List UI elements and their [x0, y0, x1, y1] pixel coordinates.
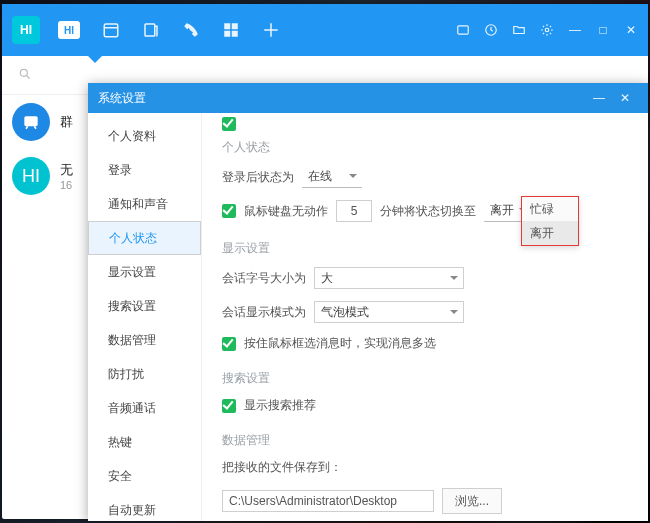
- svg-point-8: [545, 28, 549, 32]
- inbox-icon[interactable]: [456, 23, 470, 37]
- idle-after-label: 分钟将状态切换至: [380, 203, 476, 220]
- settings-content: x 个人状态 登录后状态为 在线 鼠标键盘无动作 5 分钟将状态切换至: [202, 113, 648, 521]
- minimize-button[interactable]: —: [568, 23, 582, 37]
- section-label-display: 显示设置: [222, 240, 648, 257]
- idle-status-dropdown: 忙碌离开: [521, 196, 579, 246]
- display-mode-select[interactable]: 气泡模式: [314, 301, 464, 323]
- nav-item-3[interactable]: 个人状态: [88, 221, 201, 255]
- multiselect-checkbox[interactable]: [222, 337, 236, 351]
- nav-item-10[interactable]: 安全: [88, 459, 201, 493]
- chevron-down-icon: [450, 276, 458, 284]
- app-logo: HI: [12, 16, 40, 44]
- svg-rect-1: [145, 24, 155, 36]
- dropdown-option[interactable]: 忙碌: [522, 197, 578, 221]
- search-input[interactable]: [18, 67, 62, 84]
- browse-button[interactable]: 浏览...: [442, 488, 502, 514]
- folder-icon[interactable]: [512, 23, 526, 37]
- dialog-close-button[interactable]: ✕: [612, 91, 638, 105]
- chevron-down-icon: [349, 174, 357, 182]
- recv-path-input[interactable]: C:\Users\Administrator\Desktop: [222, 490, 434, 512]
- svg-rect-5: [232, 31, 238, 37]
- idle-minutes-input[interactable]: 5: [336, 200, 372, 222]
- search-icon: [18, 67, 32, 81]
- svg-rect-10: [24, 116, 37, 126]
- dialog-minimize-button[interactable]: —: [586, 91, 612, 105]
- display-mode-label: 会话显示模式为: [222, 304, 306, 321]
- calendar-icon[interactable]: [102, 21, 120, 39]
- avatar: [12, 103, 50, 141]
- nav-item-2[interactable]: 通知和声音: [88, 187, 201, 221]
- font-size-select[interactable]: 大: [314, 267, 464, 289]
- nav-item-11[interactable]: 自动更新: [88, 493, 201, 523]
- svg-rect-6: [458, 26, 469, 34]
- dialog-titlebar: 系统设置 — ✕: [88, 83, 648, 113]
- nav-item-6[interactable]: 数据管理: [88, 323, 201, 357]
- contact-sub: 16: [60, 179, 73, 191]
- contact-name: 群: [60, 113, 73, 131]
- multiselect-label: 按住鼠标框选消息时，实现消息多选: [244, 335, 436, 352]
- checkbox[interactable]: [222, 117, 236, 131]
- settings-nav: 个人资料登录通知和声音个人状态显示设置搜索设置数据管理防打扰音频通话热键安全自动…: [88, 113, 202, 521]
- dropdown-option[interactable]: 离开: [522, 221, 578, 245]
- font-size-label: 会话字号大小为: [222, 270, 306, 287]
- nav-item-1[interactable]: 登录: [88, 153, 201, 187]
- nav-item-8[interactable]: 音频通话: [88, 391, 201, 425]
- close-button[interactable]: ✕: [624, 23, 638, 37]
- nav-item-0[interactable]: 个人资料: [88, 119, 201, 153]
- nav-item-7[interactable]: 防打扰: [88, 357, 201, 391]
- svg-rect-4: [224, 31, 230, 37]
- svg-point-9: [20, 69, 27, 76]
- idle-checkbox-label: 鼠标键盘无动作: [244, 203, 328, 220]
- maximize-button[interactable]: □: [596, 23, 610, 37]
- idle-checkbox[interactable]: [222, 204, 236, 218]
- search-reco-label: 显示搜索推荐: [244, 397, 316, 414]
- section-label-data: 数据管理: [222, 432, 648, 449]
- contact-name: 无: [60, 161, 73, 179]
- news-icon[interactable]: [142, 21, 160, 39]
- svg-rect-2: [224, 23, 230, 29]
- nav-item-5[interactable]: 搜索设置: [88, 289, 201, 323]
- gear-icon[interactable]: [540, 23, 554, 37]
- login-status-select[interactable]: 在线: [302, 166, 362, 188]
- section-label-search: 搜索设置: [222, 370, 648, 387]
- login-status-label: 登录后状态为: [222, 169, 294, 186]
- settings-dialog: 系统设置 — ✕ 个人资料登录通知和声音个人状态显示设置搜索设置数据管理防打扰音…: [88, 83, 648, 521]
- svg-rect-0: [104, 24, 118, 37]
- search-reco-checkbox[interactable]: [222, 399, 236, 413]
- add-icon[interactable]: [262, 21, 280, 39]
- chat-tab-icon[interactable]: HI: [58, 21, 80, 39]
- dialog-title: 系统设置: [98, 90, 146, 107]
- recv-path-label: 把接收的文件保存到：: [222, 459, 342, 476]
- titlebar: HI HI — □ ✕: [2, 4, 648, 56]
- history-icon[interactable]: [484, 23, 498, 37]
- section-label-personal-status: 个人状态: [222, 139, 648, 156]
- apps-icon[interactable]: [222, 21, 240, 39]
- svg-rect-3: [232, 23, 238, 29]
- phone-icon[interactable]: [182, 21, 200, 39]
- avatar: HI: [12, 157, 50, 195]
- nav-item-9[interactable]: 热键: [88, 425, 201, 459]
- chevron-down-icon: [450, 310, 458, 318]
- nav-item-4[interactable]: 显示设置: [88, 255, 201, 289]
